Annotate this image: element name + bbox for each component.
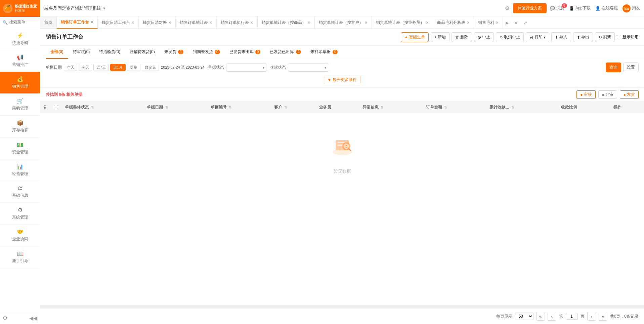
sidebar-nav: 📢 营销推广 💰 销售管理 🛒 采购管理 📦 库存核算 💵 资金管理 📊 经营管… [0, 50, 40, 312]
sub-tab-all[interactable]: 全部(0) [46, 46, 68, 59]
empty-icon [329, 133, 356, 165]
tab-home[interactable]: 首页 [40, 17, 57, 29]
online-service-btn[interactable]: 👤 在线客服 [595, 5, 618, 11]
sub-tab-pending-review[interactable]: 待审核(0) [68, 46, 95, 59]
exception-sort-icon[interactable]: ⇅ [381, 106, 383, 109]
export-btn[interactable]: ⬆ 导出 [573, 32, 593, 42]
print-btn[interactable]: 🖨 打印 ▾ [526, 32, 549, 42]
amount-sort-icon[interactable]: ⇅ [444, 106, 447, 109]
sidebar-item-purchase[interactable]: 🛒 采购管理 [0, 94, 40, 116]
collapse-icon[interactable]: ◀◀ [29, 315, 37, 321]
tab-sales-workbench-close[interactable]: ✕ [90, 20, 93, 25]
status-select[interactable] [226, 64, 266, 72]
expand-more-btn[interactable]: ▼ 展开更多条件 [324, 76, 361, 84]
topbar-gear-icon[interactable]: ⚙ [505, 5, 510, 11]
user-menu[interactable]: Ea 用友 [622, 4, 640, 12]
date-yesterday-btn[interactable]: 昨天 [64, 64, 77, 71]
sidebar-item-marketing[interactable]: 📢 营销推广 [0, 50, 40, 72]
next-page-btn[interactable]: › [587, 312, 596, 321]
display-detail-checkbox[interactable] [617, 35, 621, 39]
sidebar-item-operations[interactable]: 📊 经营管理 [0, 159, 40, 181]
tab-sales-summary-staff[interactable]: 销货单统计表（按业务员） ✕ [372, 17, 433, 29]
query-btn[interactable]: 查询 [606, 63, 621, 72]
sidebar-item-sales[interactable]: 💰 销售管理 [0, 72, 40, 94]
status-sort-icon[interactable]: ⇅ [91, 106, 94, 109]
tab-goods-profit[interactable]: 商品毛利分析表 ✕ [433, 17, 474, 29]
date-more-btn[interactable]: 更多 [127, 64, 140, 71]
date-custom-btn[interactable]: 自定义 [142, 64, 159, 71]
tab-sales-summary-client[interactable]: 销货单统计表（按客户） ✕ [315, 17, 372, 29]
horizontal-scrollbar[interactable] [40, 305, 644, 308]
page-number-input[interactable] [566, 313, 578, 320]
sub-tab-not-printed[interactable]: 未打印单据 0 [306, 46, 342, 59]
date-last7-btn[interactable]: 近7天 [93, 64, 109, 71]
tab-sales-summary-product[interactable]: 销货单统计表（按商品） ✕ [258, 17, 315, 29]
tabbar-close-all-btn[interactable]: ✕ [511, 20, 521, 26]
batch-review-btn[interactable]: ● 审核 [576, 90, 595, 99]
system-dropdown-icon[interactable]: ▾ [103, 6, 105, 11]
tab-goods-profit-close[interactable]: ✕ [467, 21, 470, 25]
sub-tab-shipped-warehoused[interactable]: 已发货已出库 0 [265, 46, 306, 59]
cancel-stop-btn[interactable]: ↺ 取消中止 [496, 32, 524, 42]
sub-tab-wangpu-ship[interactable]: 旺铺待发货(0) [125, 46, 160, 59]
tab-sales-summary-client-close[interactable]: ✕ [364, 21, 368, 25]
sub-tab-shipped-not-warehoused[interactable]: 已发货未出库 0 [225, 46, 265, 59]
payment-select[interactable] [288, 64, 328, 72]
refresh-btn[interactable]: ↻ 刷新 [595, 32, 615, 42]
customer-sort-icon[interactable]: ⇅ [284, 106, 287, 109]
sidebar-search[interactable]: 🔍 搜索菜单 [0, 17, 40, 28]
tab-sales-exec-close[interactable]: ✕ [250, 21, 253, 25]
sub-tab-pending-inspection[interactable]: 待抬验货(0) [94, 46, 125, 59]
tab-cash-reconcile-close[interactable]: ✕ [168, 21, 171, 25]
stop-btn[interactable]: ⊘ 中止 [474, 32, 494, 42]
message-btn[interactable]: 💬 6 消息 [550, 5, 564, 11]
settings-gear-icon[interactable]: ⚙ [3, 315, 7, 321]
page-goto-label: 第 [559, 314, 563, 319]
date-sort-icon[interactable]: ⇅ [165, 106, 168, 109]
page-size-select[interactable]: 50 10 20 100 [515, 313, 533, 320]
sidebar-item-system[interactable]: ⚙ 系统管理 [0, 203, 40, 225]
shipped-not-warehoused-badge: 0 [255, 50, 261, 54]
sidebar-item-enterprise[interactable]: 🤝 企业协同 [0, 225, 40, 246]
tabbar-expand-btn[interactable]: ⤢ [521, 20, 530, 26]
date-today-btn[interactable]: 今天 [79, 64, 92, 71]
sidebar-item-quick-nav[interactable]: ⚡ 快捷导航 [0, 28, 40, 50]
received-sort-icon[interactable]: ⇅ [511, 106, 514, 109]
new-btn[interactable]: + 新增 [431, 32, 449, 42]
batch-ship-btn[interactable]: ● 发货 [620, 90, 639, 99]
number-sort-icon[interactable]: ⇅ [229, 106, 231, 109]
import-btn[interactable]: ⬇ 导入 [551, 32, 571, 42]
app-download-btn[interactable]: 📱 App下载 [569, 5, 591, 11]
tabbar-more-btn[interactable]: ▶ [503, 21, 511, 25]
tab-sales-summary-staff-close[interactable]: ✕ [426, 21, 429, 25]
settings-btn[interactable]: 设置 [623, 63, 639, 72]
tab-sales-stats-close[interactable]: ✕ [209, 21, 212, 25]
tab-cash-daily-close[interactable]: ✕ [131, 21, 134, 25]
th-checkbox[interactable] [50, 102, 61, 113]
select-all-checkbox[interactable] [54, 105, 58, 109]
delete-btn[interactable]: 🗑 删除 [452, 32, 472, 42]
tab-sales-stats[interactable]: 销售订单统计表 ✕ [176, 17, 217, 29]
tab-cash-reconcile[interactable]: 钱货日清对账 ✕ [139, 17, 176, 29]
sidebar-item-finance[interactable]: 💵 资金管理 [0, 137, 40, 159]
tab-sales-workbench[interactable]: 销售订单工作台 ✕ [57, 17, 98, 29]
tab-sales-exec[interactable]: 销售订单执行表 ✕ [217, 17, 258, 29]
sidebar-item-base-info[interactable]: 🗂 基础信息 [0, 181, 40, 203]
last-page-btn[interactable]: » [599, 312, 607, 321]
prev-page-btn[interactable]: ‹ [548, 312, 556, 321]
sub-tab-overdue-not-shipped[interactable]: 到期未发货 0 [188, 46, 225, 59]
tab-sales-profit[interactable]: 销售毛利 ✕ [474, 17, 503, 29]
date-last1m-btn[interactable]: 近1月 [110, 64, 126, 71]
display-detail-checkbox-wrap[interactable]: 显示明细 [617, 34, 639, 40]
sidebar-item-inventory[interactable]: 📦 库存核算 [0, 116, 40, 137]
sidebar-item-newbie[interactable]: 📖 新手引导 [0, 246, 40, 268]
industry-btn[interactable]: 体验行业方案 [513, 3, 547, 13]
tab-cash-daily[interactable]: 钱货日清工作台 ✕ [98, 17, 139, 29]
smart-gen-btn[interactable]: ✦ 智能生单 [401, 32, 429, 42]
sub-tab-not-shipped[interactable]: 未发货 0 [160, 46, 188, 59]
tab-sales-summary-product-close[interactable]: ✕ [307, 21, 310, 25]
tab-sales-profit-close[interactable]: ✕ [496, 21, 499, 25]
first-page-btn[interactable]: « [536, 312, 545, 321]
batch-cancel-review-btn[interactable]: ● 弃审 [598, 90, 617, 99]
table-head: ⠿ 单据整体状态 ⇅ 单据日期 ⇅ [40, 102, 644, 113]
